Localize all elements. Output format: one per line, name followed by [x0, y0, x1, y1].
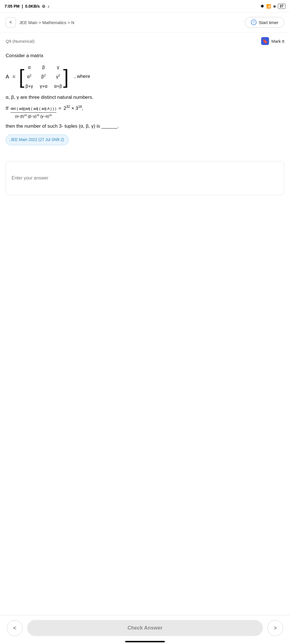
bookmark-icon: 🔖 — [261, 37, 269, 45]
question-label: Q9 (Numerical) — [6, 39, 35, 44]
bottom-nav: < Check Answer > — [0, 615, 290, 644]
network-text: 0.0KB/s — [25, 4, 40, 8]
matrix-equals: = — [12, 72, 16, 81]
bluetooth-icon: ✱ — [261, 4, 264, 8]
equals-sign: = — [59, 104, 61, 113]
nav-left: < JEE Main > Mathematics > N — [6, 17, 74, 27]
matrix-display: A = [ α β γ α2 β2 γ2 β+γ γ+α α+β ] , whe… — [6, 63, 284, 90]
equation-line: If det ( adj(adj ( adj ( adj A ) ) ) (α−… — [6, 104, 284, 119]
cell-r3c2: γ+α — [40, 82, 48, 90]
start-timer-button[interactable]: ⏱ Start timer — [245, 17, 284, 28]
signal-icon: 📶 — [266, 4, 271, 8]
cell-r3c1: β+γ — [25, 82, 33, 90]
conclusion-text: then the number of such 3- tuples (α, β,… — [6, 122, 284, 130]
home-indicator — [125, 641, 165, 642]
network-speed: | — [22, 4, 23, 8]
music-icon: ♪ — [48, 4, 50, 8]
fraction: det ( adj(adj ( adj ( adj A ) ) ) (α−β)1… — [10, 106, 56, 120]
status-left: 7:05 PM | 0.0KB/s ⊙ ♪ — [5, 4, 50, 8]
where-text: , where — [74, 72, 90, 81]
bracket-left: [ — [19, 67, 24, 87]
matrix-label: A — [6, 72, 9, 81]
matrix-grid: α β γ α2 β2 γ2 β+γ γ+α α+β — [25, 63, 62, 90]
check-answer-button[interactable]: Check Answer — [27, 620, 263, 636]
matrix-container: [ α β γ α2 β2 γ2 β+γ γ+α α+β ] — [19, 63, 69, 90]
next-button[interactable]: > — [267, 620, 283, 636]
spacer — [0, 201, 290, 246]
cell-r1c1: α — [25, 63, 33, 71]
time: 7:05 PM — [5, 4, 20, 8]
if-text: If — [6, 104, 8, 113]
status-bar: 7:05 PM | 0.0KB/s ⊙ ♪ ✱ 📶 ⌾ 27 — [0, 0, 290, 12]
back-icon: < — [9, 20, 12, 25]
question-header: Q9 (Numerical) 🔖 Mark It — [0, 33, 290, 47]
status-right: ✱ 📶 ⌾ 27 — [261, 4, 285, 9]
answer-section[interactable] — [6, 161, 284, 195]
back-button[interactable]: < — [6, 17, 16, 27]
rhs-text: 232 × 316, — [64, 104, 84, 113]
tag-container: JEE Main 2022 (27 Jul Shift 2) — [6, 134, 284, 145]
prev-button[interactable]: < — [7, 620, 23, 636]
header-nav: < JEE Main > Mathematics > N ⏱ Start tim… — [0, 12, 290, 33]
subject-tag[interactable]: JEE Main 2022 (27 Jul Shift 2) — [6, 134, 69, 145]
breadcrumb: JEE Main > Mathematics > N — [19, 20, 74, 25]
start-timer-label: Start timer — [259, 20, 278, 25]
fraction-numerator: det ( adj(adj ( adj ( adj A ) ) ) — [10, 106, 56, 113]
prev-icon: < — [13, 625, 16, 631]
cell-r1c3: γ — [54, 63, 62, 71]
next-icon: > — [274, 625, 277, 631]
bracket-right: ] — [63, 67, 69, 87]
condition-text: α, β, γ are three distinct natural numbe… — [6, 93, 284, 101]
cell-r3c3: α+β — [54, 82, 62, 90]
cell-r2c2: β2 — [40, 73, 48, 81]
fraction-denominator: (α−β)16 (β−γ)16 (γ−α)16 — [15, 113, 52, 119]
mark-it-button[interactable]: 🔖 Mark It — [261, 37, 284, 45]
battery-indicator: 27 — [278, 4, 285, 9]
wifi-icon: ⌾ — [273, 4, 276, 8]
cell-r1c2: β — [40, 63, 48, 71]
question-content: Consider a matrix A = [ α β γ α2 β2 γ2 β… — [0, 47, 290, 155]
cell-r2c1: α2 — [25, 73, 33, 81]
sync-icon: ⊙ — [42, 4, 45, 8]
answer-input[interactable] — [12, 176, 278, 181]
timer-icon: ⏱ — [251, 20, 257, 25]
intro-text: Consider a matrix — [6, 52, 284, 60]
mark-it-label: Mark It — [271, 39, 284, 44]
cell-r2c3: γ2 — [54, 73, 62, 81]
